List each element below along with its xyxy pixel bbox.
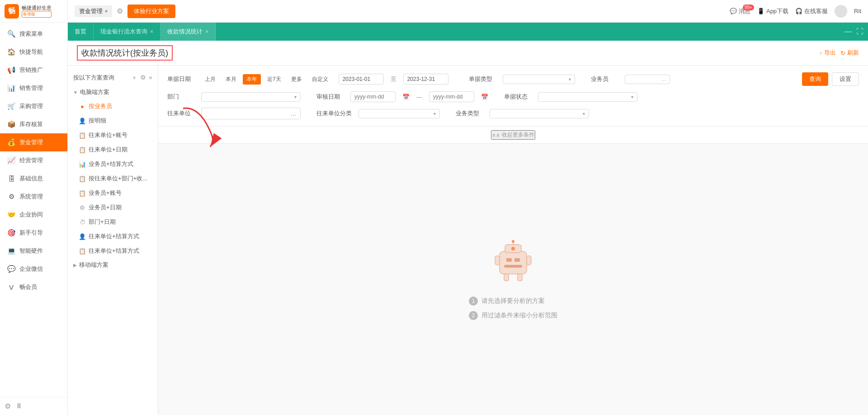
- biz-type-label: 业务类型: [456, 109, 483, 118]
- sales-icon: 📊: [7, 84, 16, 93]
- doc-status-select[interactable]: ▾: [538, 92, 637, 102]
- tree-item-unit-dept[interactable]: 📋按往来单位+部门+收...: [68, 171, 158, 186]
- panel-collapse-icon[interactable]: «: [149, 74, 152, 82]
- partner-select[interactable]: …: [201, 108, 301, 119]
- topbar-gear-icon[interactable]: ⚙: [117, 7, 123, 15]
- tree-item-unit-date[interactable]: 📋往来单位+日期: [68, 142, 158, 157]
- tree-item-label-unit-date: 往来单位+日期: [89, 146, 127, 154]
- panel-add-icon[interactable]: ＋: [131, 74, 137, 82]
- tree-item-dept-date[interactable]: ⏱部门+日期: [68, 215, 158, 229]
- tree-item-staff-date[interactable]: ⚙业务员+日期: [68, 200, 158, 215]
- sidebar-item-label-purchase: 采购管理: [19, 102, 43, 110]
- tab-bank[interactable]: 现金银行流水查询 ×: [94, 23, 160, 41]
- sidebar-item-purchase[interactable]: 🛒采购管理: [0, 97, 67, 115]
- refresh-button[interactable]: ↻ 刷新: [840, 49, 859, 57]
- audit-date-label: 审核日期: [316, 93, 344, 101]
- date-to-input[interactable]: [403, 74, 448, 85]
- tree-item-staff-account[interactable]: 📋业务员+账号: [68, 186, 158, 200]
- staff-label: 业务员: [591, 75, 618, 83]
- empty-robot-illustration: [486, 233, 540, 288]
- date-tab-this-year[interactable]: 本年: [243, 74, 261, 85]
- service-button[interactable]: 🎧 在线客服: [795, 7, 828, 15]
- sidebar-item-label-marketing: 营销推广: [19, 66, 43, 74]
- sidebar-item-member[interactable]: V畅会员: [0, 278, 67, 296]
- doc-type-select[interactable]: ▾: [503, 75, 575, 84]
- sidebar-item-hardware[interactable]: 💻智能硬件: [0, 242, 67, 260]
- tree-item-by-detail[interactable]: 👤按明细: [68, 113, 158, 128]
- tree-item-icon-unit-settle2: 📋: [79, 247, 86, 255]
- tab-home[interactable]: 首页: [68, 23, 94, 41]
- tree-item-unit-account[interactable]: 📋往来单位+账号: [68, 128, 158, 142]
- tree-item-label-by-detail: 按明细: [89, 117, 106, 125]
- tree-group-title-mobile[interactable]: ▶移动端方案: [68, 258, 158, 272]
- export-button[interactable]: ↑ 导出: [820, 49, 836, 57]
- app-download-button[interactable]: 📱 App下载: [757, 7, 788, 15]
- sidebar-item-inventory[interactable]: 📦库存核算: [0, 115, 67, 133]
- tree-item-staff-settle[interactable]: 📊业务员+结算方式: [68, 157, 158, 171]
- sidebar-item-operation[interactable]: 📈经营管理: [0, 151, 67, 170]
- sidebar-item-label-basic: 基础信息: [19, 174, 43, 183]
- topbar: 资金管理 ▾ ⚙ 体验行业方案 💬 消息 99+ 📱 App下载 🎧 在线客服 …: [68, 0, 868, 23]
- tree-container: ▼电脑端方案●按业务员👤按明细📋往来单位+账号📋往来单位+日期📊业务员+结算方式…: [68, 85, 158, 272]
- tab-collect-close-icon[interactable]: ×: [205, 28, 208, 35]
- sidebar-item-basic[interactable]: 🗄基础信息: [0, 170, 67, 188]
- calendar-to-icon[interactable]: 📅: [481, 94, 488, 100]
- tree-item-unit-settle1[interactable]: 👤往来单位+结算方式: [68, 229, 158, 244]
- trial-button[interactable]: 体验行业方案: [127, 5, 175, 18]
- panel-gear-icon[interactable]: ⚙: [140, 74, 146, 82]
- tabbar: 首页 现金银行流水查询 × 收款情况统计 × — ⛶: [68, 23, 868, 41]
- sidebar-item-search[interactable]: 🔍搜索菜单: [0, 25, 67, 43]
- doc-status-chevron-icon: ▾: [631, 94, 633, 99]
- tab-bank-close-icon[interactable]: ×: [150, 28, 153, 35]
- query-button[interactable]: 查询: [802, 72, 828, 86]
- audit-from-input[interactable]: [350, 91, 396, 102]
- sidebar-item-finance[interactable]: 💰资金管理: [0, 133, 67, 151]
- guide-icon: 🎯: [7, 228, 16, 237]
- coop-icon: 🤝: [7, 210, 16, 219]
- date-from-input[interactable]: [339, 74, 384, 85]
- date-tab-more[interactable]: 更多: [288, 74, 306, 85]
- audit-to-input[interactable]: [429, 91, 474, 102]
- tab-maximize-icon[interactable]: ⛶: [856, 28, 863, 36]
- doc-status-label: 单据状态: [504, 93, 531, 101]
- tip-item-2: 2 用过滤条件来缩小分析范围: [469, 311, 557, 320]
- settings-bottom-icon[interactable]: ⚙: [5, 402, 11, 410]
- dept-label: 部门: [167, 93, 194, 101]
- sidebar-item-marketing[interactable]: 📢营销推广: [0, 61, 67, 79]
- tree-group-label-desktop: 电脑端方案: [80, 88, 109, 96]
- tab-collect[interactable]: 收款情况统计 ×: [160, 23, 216, 41]
- calendar-from-icon[interactable]: 📅: [402, 94, 410, 100]
- sidebar-item-sales[interactable]: 📊销售管理: [0, 79, 67, 97]
- sidebar-item-quick[interactable]: 🏠快捷导航: [0, 43, 67, 61]
- tip-item-1: 1 请先选择要分析的方案: [469, 297, 557, 306]
- message-button[interactable]: 💬 消息 99+: [730, 7, 750, 15]
- sidebar-item-coop[interactable]: 🤝企业协同: [0, 206, 67, 224]
- partner-more-icon[interactable]: …: [290, 110, 297, 117]
- pause-bottom-icon[interactable]: ⏸: [15, 402, 23, 410]
- sidebar-item-label-hardware: 智能硬件: [19, 247, 43, 255]
- dept-chevron-icon: ▾: [294, 94, 297, 99]
- sidebar-item-label-guide: 新手引导: [19, 229, 43, 237]
- collapse-button[interactable]: ∧∧ 收起更多条件: [491, 130, 535, 140]
- empty-tips: 1 请先选择要分析的方案 2 用过滤条件来缩小分析范围: [469, 297, 557, 325]
- date-tab-prev-month[interactable]: 上月: [201, 74, 219, 85]
- tree-item-label-staff-account: 业务员+账号: [89, 189, 122, 197]
- sidebar-item-system[interactable]: ⚙系统管理: [0, 188, 67, 206]
- date-tab-last7[interactable]: 近7天: [264, 74, 285, 85]
- staff-select[interactable]: …: [625, 75, 670, 84]
- tree-item-unit-settle2[interactable]: 📋往来单位+结算方式: [68, 244, 158, 258]
- biz-type-select[interactable]: ▾: [490, 109, 589, 118]
- tab-minimize-icon[interactable]: —: [844, 28, 852, 36]
- partner-class-select[interactable]: ▾: [359, 109, 440, 118]
- svg-rect-7: [518, 274, 522, 281]
- tree-item-icon-staff-settle: 📊: [79, 160, 86, 168]
- sidebar-item-wechat[interactable]: 💬企业微信: [0, 260, 67, 278]
- wechat-icon: 💬: [7, 264, 16, 274]
- set-button[interactable]: 设置: [832, 72, 859, 86]
- tree-item-by-staff[interactable]: ●按业务员: [68, 99, 158, 113]
- dept-select[interactable]: ▾: [201, 92, 301, 102]
- date-tab-custom[interactable]: 自定义: [308, 74, 332, 85]
- tree-group-title-desktop[interactable]: ▼电脑端方案: [68, 85, 158, 99]
- sidebar-item-guide[interactable]: 🎯新手引导: [0, 224, 67, 242]
- date-tab-this-month[interactable]: 本月: [222, 74, 240, 85]
